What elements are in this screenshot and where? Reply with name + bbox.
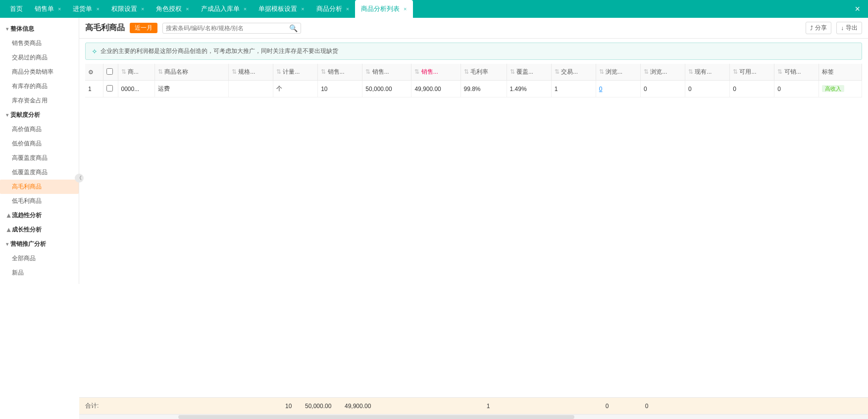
nav-item-sales[interactable]: 销售单 × [29, 0, 67, 18]
cell-name: 运费 [154, 81, 228, 97]
cell-tag: 高收入 [819, 81, 862, 97]
col-code: ⇅ 商... [118, 64, 154, 81]
search-icon[interactable]: 🔍 [289, 24, 298, 32]
sort-icon: ⇅ [321, 68, 326, 75]
sidebar-item-in-stock[interactable]: 有库存的商品 [0, 79, 79, 93]
sidebar-item-low-margin[interactable]: 低毛利商品 [0, 194, 79, 208]
sort-icon: ⇅ [644, 68, 649, 75]
info-icon: ✧ [92, 47, 98, 55]
cell-sales-cost: 49,900.00 [411, 81, 460, 97]
cell-browse1: 0 [596, 81, 640, 97]
col-tag: 标签 [819, 64, 862, 81]
footer-current: 0 [572, 403, 612, 410]
col-coverage: ⇅ 覆盖... [507, 64, 551, 81]
cell-unit: 个 [273, 81, 318, 97]
cell-saleable: 0 [774, 81, 819, 97]
sidebar-group-marketing[interactable]: ▾ 营销推广分析 [0, 237, 79, 251]
sidebar-collapse-button[interactable]: 《 [75, 174, 84, 183]
chevron-right-icon: ▶ [5, 228, 11, 232]
cell-sales-qty: 10 [318, 81, 362, 97]
chevron-down-icon: ▾ [6, 112, 8, 118]
share-icon: ⤴ [810, 25, 813, 32]
col-available: ⇅ 可用... [730, 64, 774, 81]
sidebar-item-low-value[interactable]: 低价值商品 [0, 137, 79, 151]
cell-current: 0 [685, 81, 730, 97]
footer-sales-amount: 50,000.00 [295, 403, 334, 410]
sort-icon: ⇅ [276, 68, 281, 75]
window-close-button[interactable]: × [851, 4, 864, 14]
col-gross-rate: ⇅ 毛利率 [460, 64, 507, 81]
content-header: 高毛利商品 近一月 🔍 ⤴ 分享 ↓ 导出 [79, 18, 868, 39]
sidebar-item-high-coverage[interactable]: 高覆盖度商品 [0, 151, 79, 165]
sidebar-group-overview[interactable]: ▾ 整体信息 [0, 22, 79, 36]
sort-icon: ⇅ [365, 68, 370, 75]
sidebar-item-high-value[interactable]: 高价值商品 [0, 122, 79, 137]
close-icon[interactable]: × [58, 6, 61, 12]
sort-icon: ⇅ [510, 68, 515, 75]
cell-index: 1 [85, 81, 103, 97]
sidebar-item-category-rate[interactable]: 商品分类助销率 [0, 65, 79, 79]
col-checkbox [103, 64, 118, 81]
close-icon[interactable]: × [404, 6, 407, 12]
col-trade: ⇅ 交易... [551, 64, 596, 81]
sidebar-group-contribution[interactable]: ▾ 贡献度分析 [0, 108, 79, 122]
export-button[interactable]: ↓ 导出 [836, 22, 862, 34]
main-layout: ▾ 整体信息 销售类商品 交易过的商品 商品分类助销率 有库存的商品 库存资金占… [0, 18, 868, 419]
search-input[interactable] [166, 25, 287, 32]
sidebar-item-stock-capital[interactable]: 库存资金占用 [0, 93, 79, 108]
cell-browse2: 0 [640, 81, 685, 97]
nav-item-permission[interactable]: 权限设置 × [105, 0, 150, 18]
col-index: ⚙ [85, 64, 103, 81]
sort-icon: ⇅ [414, 68, 419, 75]
header-actions: ⤴ 分享 ↓ 导出 [806, 22, 862, 34]
footer-sales-cost: 49,900.00 [334, 403, 374, 410]
col-unit: ⇅ 计量... [273, 64, 318, 81]
cell-trade: 1 [551, 81, 596, 97]
nav-item-purchase[interactable]: 进货单 × [67, 0, 105, 18]
horizontal-scrollbar[interactable] [79, 414, 868, 419]
select-all-checkbox[interactable] [106, 68, 113, 75]
cell-available: 0 [730, 81, 774, 97]
sidebar-item-sales-goods[interactable]: 销售类商品 [0, 36, 79, 50]
sidebar-group-overview-items: 销售类商品 交易过的商品 商品分类助销率 有库存的商品 库存资金占用 [0, 36, 79, 108]
close-icon[interactable]: × [346, 6, 349, 12]
col-saleable: ⇅ 可销... [774, 64, 819, 81]
data-table-wrapper: ⚙ ⇅ 商... ⇅ 商品名称 [79, 64, 868, 397]
close-icon[interactable]: × [244, 6, 247, 12]
nav-item-template[interactable]: 单据模板设置 × [253, 0, 310, 18]
nav-item-home[interactable]: 首页 [4, 0, 29, 18]
share-button[interactable]: ⤴ 分享 [806, 22, 831, 34]
sort-icon: ⇅ [733, 68, 738, 75]
footer-available: 0 [612, 403, 651, 410]
close-icon[interactable]: × [141, 6, 144, 12]
top-navigation: 首页 销售单 × 进货单 × 权限设置 × 角色授权 × 产成品入库单 × 单据… [0, 0, 868, 18]
table-footer: 合计: 10 50,000.00 49,900.00 1 0 0 [79, 397, 868, 414]
sidebar-group-growth[interactable]: ▶ 成长性分析 [0, 223, 79, 237]
data-table: ⚙ ⇅ 商... ⇅ 商品名称 [85, 64, 862, 97]
sidebar-item-high-margin[interactable]: 高毛利商品 [0, 180, 79, 194]
row-checkbox[interactable] [106, 85, 113, 92]
search-wrapper: 🔍 [162, 23, 301, 34]
close-icon[interactable]: × [96, 6, 99, 12]
sidebar-group-flow[interactable]: ▶ 流趋性分析 [0, 208, 79, 223]
page-title: 高毛利商品 [85, 23, 125, 33]
sort-icon: ⇅ [232, 68, 237, 75]
sidebar-item-new-goods[interactable]: 新品 [0, 266, 79, 280]
cell-gross-rate: 99.8% [460, 81, 507, 97]
nav-item-analysis[interactable]: 商品分析 × [310, 0, 355, 18]
footer-trade: 1 [453, 403, 493, 410]
close-icon[interactable]: × [301, 6, 304, 12]
nav-item-analysis-list[interactable]: 商品分析列表 × [355, 0, 412, 18]
col-spec: ⇅ 规格... [228, 64, 273, 81]
nav-item-role[interactable]: 角色授权 × [150, 0, 195, 18]
sidebar-item-traded-goods[interactable]: 交易过的商品 [0, 50, 79, 65]
content-area: 高毛利商品 近一月 🔍 ⤴ 分享 ↓ 导出 ✧ 企业的主要的利润都是这部分商品创… [79, 18, 868, 419]
sidebar-item-low-coverage[interactable]: 低覆盖度商品 [0, 165, 79, 180]
chevron-down-icon: ▾ [6, 26, 8, 32]
close-icon[interactable]: × [186, 6, 189, 12]
scrollbar-thumb[interactable] [178, 415, 574, 419]
time-filter-button[interactable]: 近一月 [130, 23, 157, 33]
nav-item-instock[interactable]: 产成品入库单 × [195, 0, 253, 18]
settings-icon[interactable]: ⚙ [88, 69, 94, 76]
sidebar-item-all-goods[interactable]: 全部商品 [0, 251, 79, 266]
